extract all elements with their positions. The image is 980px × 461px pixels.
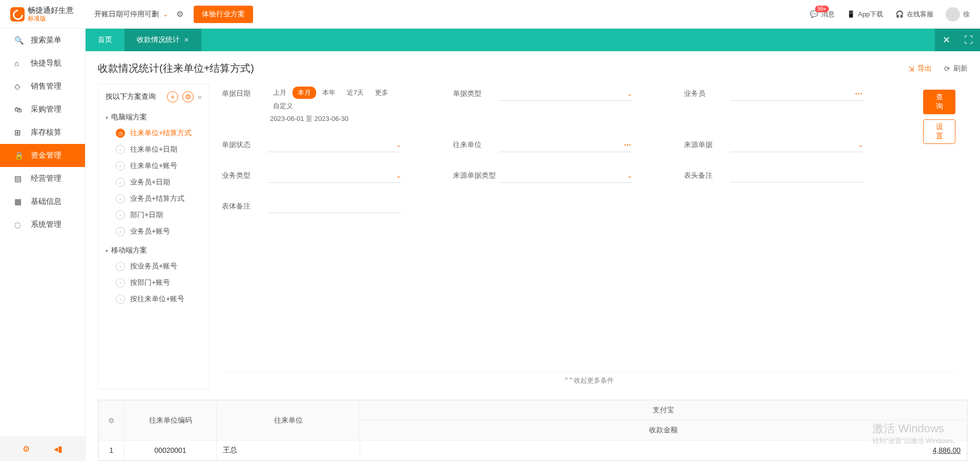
filter-label-headremark: 表头备注 — [684, 169, 730, 180]
partner-select[interactable]: ⋯ — [499, 138, 632, 152]
tree-group-label: 移动端方案 — [111, 246, 147, 255]
tab-current[interactable]: 收款情况统计 ✕ — [124, 29, 201, 51]
nav-item-4[interactable]: ⊞库存核算 — [0, 121, 85, 144]
collapse-sidebar-icon[interactable]: ◂▮ — [54, 444, 62, 454]
nav-icon: ⌂ — [14, 59, 24, 68]
scheme-item-icon: ◷ — [116, 129, 125, 138]
th-code: 往来单位编码 — [124, 401, 217, 441]
date-from: 2023-06-01 — [270, 115, 304, 122]
close-all-icon[interactable]: ✕ — [935, 29, 957, 51]
close-tab-icon[interactable]: ✕ — [184, 36, 189, 44]
salesman-select[interactable]: ⋯ — [730, 87, 863, 101]
scheme-item-0-3[interactable]: ▫业务员+日期 — [106, 174, 202, 191]
nav-item-0[interactable]: 🔍搜索菜单 — [0, 29, 85, 52]
cta-button[interactable]: 体验行业方案 — [194, 6, 253, 23]
messages-link[interactable]: 💬 消息 99+ — [810, 10, 835, 19]
nav-item-2[interactable]: ◇销售管理 — [0, 75, 85, 98]
nav-item-6[interactable]: ▤经营管理 — [0, 167, 85, 190]
add-scheme-button[interactable]: + — [167, 91, 178, 102]
scheme-item-1-1[interactable]: ▫按部门+账号 — [106, 275, 202, 291]
headset-icon: 🎧 — [895, 10, 904, 18]
doctype-select[interactable]: ⌄ — [499, 87, 632, 101]
date-tab[interactable]: 近7天 — [342, 87, 369, 99]
tab-home[interactable]: 首页 — [86, 29, 124, 51]
filter-label-date: 单据日期 — [222, 87, 268, 98]
chevron-down-icon: ⌄ — [396, 141, 401, 149]
date-tab[interactable]: 上月 — [268, 87, 291, 99]
chevron-down-icon: ⌄ — [627, 172, 632, 179]
scheme-settings-button[interactable]: ⚙ — [182, 91, 194, 102]
nav-icon: 🛍 — [14, 105, 24, 114]
headremark-input[interactable] — [730, 169, 863, 182]
refresh-button[interactable]: ⟳刷新 — [944, 64, 968, 73]
refresh-icon: ⟳ — [944, 65, 950, 73]
nav-icon: 🔍 — [14, 36, 24, 45]
query-button[interactable]: 查询 — [923, 90, 955, 114]
th-paygroup: 支付宝 — [360, 401, 967, 421]
nav-label: 经营管理 — [31, 174, 61, 183]
scheme-item-label: 按业务员+账号 — [130, 262, 177, 271]
date-tab[interactable]: 更多 — [370, 87, 393, 99]
nav-icon: ▦ — [14, 197, 24, 206]
nav-item-7[interactable]: ▦基础信息 — [0, 190, 85, 213]
settings-button[interactable]: 设置 — [923, 119, 955, 144]
fullscreen-icon[interactable]: ⛶ — [957, 29, 980, 51]
download-link[interactable]: 📱 App下载 — [847, 10, 883, 19]
nav-label: 销售管理 — [31, 81, 61, 91]
cell-code: 00020001 — [124, 441, 217, 460]
table-row[interactable]: 100020001王总4,886.00 — [99, 441, 967, 460]
source-select[interactable]: ⌄ — [730, 138, 863, 152]
settings-icon[interactable]: ⚙ — [176, 9, 183, 19]
export-button[interactable]: ⇲导出 — [908, 64, 932, 73]
user-menu[interactable]: 徐 — [946, 7, 970, 22]
nav-item-5[interactable]: 🔒资金管理 — [0, 144, 85, 167]
nav-item-8[interactable]: ◌系统管理 — [0, 213, 85, 236]
download-icon: 📱 — [847, 10, 855, 18]
scheme-item-0-6[interactable]: ▫业务员+账号 — [106, 223, 202, 240]
nav-icon: ◇ — [14, 82, 24, 91]
gear-icon[interactable]: ⚙ — [23, 444, 30, 454]
date-tab[interactable]: 本月 — [293, 87, 316, 99]
caret-down-icon: ▾ — [106, 248, 108, 254]
nav-label: 快捷导航 — [31, 58, 61, 68]
account-label: 开账日期可停用可删 — [94, 10, 159, 19]
service-link[interactable]: 🎧 在线客服 — [895, 10, 933, 19]
scheme-item-icon: ▫ — [116, 194, 125, 203]
th-amount: 收款金额 — [360, 421, 967, 441]
scheme-item-icon: ▫ — [116, 278, 125, 287]
tree-group-0[interactable]: ▾电脑端方案 — [106, 110, 202, 125]
bodyremark-input[interactable] — [268, 199, 401, 213]
avatar — [946, 7, 960, 22]
results-table: ⚙ 往来单位编码 往来单位 支付宝 收款金额 100020001王总4,886.… — [98, 400, 968, 461]
cell-amount[interactable]: 4,886.00 — [360, 441, 967, 460]
status-select[interactable]: ⌄ — [268, 138, 401, 152]
scheme-item-0-5[interactable]: ▫部门+日期 — [106, 207, 202, 223]
account-selector[interactable]: 开账日期可停用可删 ⌄ — [94, 10, 168, 19]
scheme-item-1-2[interactable]: ▫按往来单位+账号 — [106, 291, 202, 307]
table-settings-icon[interactable]: ⚙ — [99, 401, 124, 441]
collapse-panel-icon[interactable]: « — [198, 93, 202, 101]
srcdoctype-select[interactable]: ⌄ — [499, 169, 632, 183]
nav-item-1[interactable]: ⌂快捷导航 — [0, 52, 85, 75]
scheme-item-0-1[interactable]: ▫往来单位+日期 — [106, 141, 202, 158]
scheme-item-0-2[interactable]: ▫往来单位+账号 — [106, 158, 202, 174]
scheme-item-1-0[interactable]: ▫按业务员+账号 — [106, 258, 202, 275]
nav-icon: 🔒 — [14, 151, 24, 160]
date-range: 2023-06-01 至 2023-06-30 — [268, 114, 401, 123]
tree-group-1[interactable]: ▾移动端方案 — [106, 243, 202, 258]
nav-item-3[interactable]: 🛍采购管理 — [0, 98, 85, 121]
scheme-item-0-4[interactable]: ▫业务员+结算方式 — [106, 191, 202, 207]
date-tab[interactable]: 本年 — [317, 87, 341, 99]
filter-label-source: 来源单据 — [684, 138, 730, 150]
collapse-filters[interactable]: 收起更多条件 — [222, 371, 955, 389]
scheme-item-icon: ▫ — [116, 227, 125, 236]
service-label: 在线客服 — [907, 10, 933, 19]
th-partner: 往来单位 — [217, 401, 360, 441]
biztype-select[interactable]: ⌄ — [268, 169, 401, 183]
cell-idx: 1 — [99, 441, 124, 460]
date-tab[interactable]: 自定义 — [268, 100, 298, 112]
tab-current-label: 收款情况统计 — [137, 35, 180, 45]
scheme-item-label: 业务员+结算方式 — [130, 194, 184, 203]
scheme-item-0-0[interactable]: ◷往来单位+结算方式 — [106, 125, 202, 141]
chevron-down-icon: ⌄ — [858, 141, 863, 149]
